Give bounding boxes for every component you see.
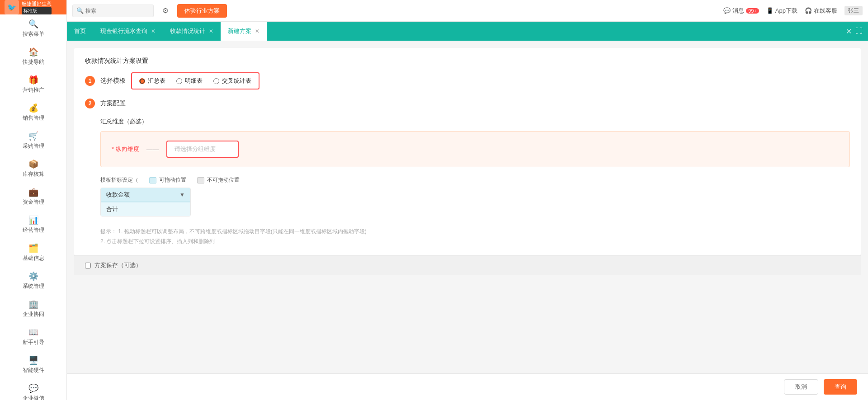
sidebar-item-finance[interactable]: 💼 资金管理 — [0, 183, 66, 211]
sidebar-item-label: 企业微信 — [23, 395, 44, 400]
legend-draggable: 可拖动位置 — [149, 176, 186, 184]
sidebar-item-operation[interactable]: 📊 经营管理 — [0, 211, 66, 239]
indicator-section: 模板指标设定（ 可拖动位置 不可拖动位置 收款金额 — [100, 176, 850, 218]
sidebar-logo: 🐦 畅捷通好生意 标准版 — [0, 0, 66, 14]
indicator-table-header: 收款金额 ▼ — [101, 188, 190, 202]
message-button[interactable]: 💬 消息 99+ — [723, 7, 759, 15]
sidebar-item-inventory[interactable]: 📦 库存核算 — [0, 155, 66, 183]
sidebar-item-basic[interactable]: 🗂️ 基础信息 — [0, 239, 66, 267]
step1-label: 选择模板 — [100, 77, 126, 85]
tab-bank-flow[interactable]: 现金银行流水查询 ✕ — [93, 22, 163, 41]
dimension-arrow-icon: —— — [146, 146, 159, 153]
radio-cross-label: 交叉统计表 — [222, 77, 251, 85]
tab-window-close-icon[interactable]: ✕ — [846, 27, 852, 36]
app-icon: 📱 — [766, 7, 774, 14]
online-service-label: 在线客服 — [814, 7, 837, 15]
sidebar-item-wechat[interactable]: 💬 企业微信 — [0, 379, 66, 400]
legend-non-draggable-label: 不可拖动位置 — [207, 176, 240, 184]
online-service-button[interactable]: 🎧 在线客服 — [805, 7, 837, 15]
radio-cross-input[interactable] — [213, 78, 219, 84]
radio-detail-input[interactable] — [176, 78, 182, 84]
dimension-select[interactable]: 请选择分组维度 — [166, 141, 239, 158]
purchase-icon: 🛒 — [28, 131, 38, 141]
tab-receipt-stats-close[interactable]: ✕ — [209, 28, 213, 34]
system-icon: ⚙️ — [28, 271, 38, 281]
sidebar-item-label: 智能硬件 — [23, 367, 44, 374]
step2-label: 方案配置 — [100, 99, 126, 108]
legend-draggable-box — [149, 177, 156, 184]
sidebar-item-label: 基础信息 — [23, 254, 44, 262]
sidebar-item-system[interactable]: ⚙️ 系统管理 — [0, 267, 66, 295]
sidebar-item-sales[interactable]: 💰 销售管理 — [0, 99, 66, 127]
search-input[interactable] — [85, 8, 149, 14]
search-menu-icon: 🔍 — [28, 19, 38, 29]
message-label: 消息 — [732, 7, 744, 15]
hardware-icon: 🖥️ — [28, 355, 38, 365]
row-dimension-label: * 纵向维度 — [112, 145, 139, 153]
sidebar-item-marketing[interactable]: 🎁 营销推广 — [0, 71, 66, 99]
app-download-button[interactable]: 📱 App下载 — [766, 7, 797, 15]
dimension-row: * 纵向维度 —— 请选择分组维度 — [112, 141, 839, 158]
dimension-area: * 纵向维度 —— 请选择分组维度 — [100, 131, 850, 167]
indicator-col-label: 收款金额 — [106, 191, 130, 199]
app-download-label: App下载 — [775, 7, 797, 15]
message-badge: 99+ — [746, 8, 759, 14]
radio-cross[interactable]: 交叉统计表 — [213, 77, 251, 85]
tab-new-plan[interactable]: 新建方案 ✕ — [221, 22, 267, 41]
sidebar-item-purchase[interactable]: 🛒 采购管理 — [0, 127, 66, 155]
tab-bank-flow-close[interactable]: ✕ — [151, 28, 156, 34]
sidebar-item-hardware[interactable]: 🖥️ 智能硬件 — [0, 351, 66, 379]
radio-summary-label: 汇总表 — [148, 77, 165, 85]
step2-number: 2 — [85, 99, 95, 108]
tab-maximize-icon[interactable]: ⛶ — [855, 27, 863, 35]
indicator-table-row: 合计 — [101, 202, 190, 216]
cancel-button[interactable]: 取消 — [784, 379, 818, 395]
radio-summary-input[interactable] — [139, 78, 145, 84]
main-area: 🔍 ⚙ 体验行业方案 💬 消息 99+ 📱 App下载 🎧 在线客服 张三 首页 — [67, 0, 868, 400]
chevron-down-icon[interactable]: ▼ — [179, 192, 185, 198]
dimension-title: 汇总维度（必选） — [100, 118, 850, 126]
query-button[interactable]: 查询 — [824, 379, 857, 395]
user-info[interactable]: 张三 — [844, 6, 863, 15]
sidebar-item-label: 企业协同 — [23, 311, 44, 318]
step2-content: 汇总维度（必选） * 纵向维度 —— 请选择分组维度 模板指标设定（ — [100, 118, 850, 246]
sidebar: 🐦 畅捷通好生意 标准版 🔍 搜索菜单 🏠 快捷导航 🎁 营销推广 💰 销售管理… — [0, 0, 67, 400]
sidebar-item-label: 搜索菜单 — [23, 30, 44, 38]
tab-receipt-stats[interactable]: 收款情况统计 ✕ — [163, 22, 221, 41]
indicator-title: 模板指标设定（ — [100, 176, 138, 184]
search-icon: 🔍 — [76, 7, 84, 14]
industry-solution-button[interactable]: 体验行业方案 — [177, 4, 227, 18]
sidebar-item-search-menu[interactable]: 🔍 搜索菜单 — [0, 14, 66, 42]
search-box[interactable]: 🔍 — [72, 5, 154, 17]
sales-icon: 💰 — [28, 103, 38, 113]
operation-icon: 📊 — [28, 215, 38, 225]
basic-icon: 🗂️ — [28, 243, 38, 253]
inventory-icon: 📦 — [28, 159, 38, 169]
sidebar-item-collab[interactable]: 🏢 企业协同 — [0, 295, 66, 323]
sidebar-item-label: 库存核算 — [23, 170, 44, 178]
page-title: 收款情况统计方案设置 — [85, 57, 850, 65]
sidebar-item-label: 快捷导航 — [23, 58, 44, 66]
radio-detail-label: 明细表 — [185, 77, 203, 85]
quick-nav-icon: 🏠 — [28, 47, 38, 57]
settings-gear[interactable]: ⚙ — [159, 5, 172, 17]
save-checkbox[interactable] — [85, 263, 91, 268]
tab-new-plan-close[interactable]: ✕ — [255, 28, 259, 34]
message-icon: 💬 — [723, 7, 731, 14]
legend-non-draggable: 不可拖动位置 — [197, 176, 240, 184]
sidebar-item-guide[interactable]: 📖 新手引导 — [0, 323, 66, 351]
sidebar-item-quick-nav[interactable]: 🏠 快捷导航 — [0, 42, 66, 71]
save-option-label[interactable]: 方案保存（可选） — [94, 261, 142, 269]
main-card: 收款情况统计方案设置 1 选择模板 汇总表 明细表 交叉统计 — [74, 48, 861, 255]
topbar: 🔍 ⚙ 体验行业方案 💬 消息 99+ 📱 App下载 🎧 在线客服 张三 — [67, 0, 868, 22]
indicator-row-label: 合计 — [106, 206, 118, 212]
radio-detail[interactable]: 明细表 — [176, 77, 203, 85]
tabbar: 首页 现金银行流水查询 ✕ 收款情况统计 ✕ 新建方案 ✕ ✕ ⛶ — [67, 22, 868, 41]
logo-icon: 🐦 — [5, 0, 19, 14]
radio-summary[interactable]: 汇总表 — [139, 77, 165, 85]
tab-receipt-stats-label: 收款情况统计 — [170, 27, 205, 35]
sidebar-item-label: 采购管理 — [23, 142, 44, 150]
tab-right-actions: ✕ ⛶ — [846, 27, 868, 36]
tab-home[interactable]: 首页 — [67, 22, 93, 41]
indicator-header: 模板指标设定（ 可拖动位置 不可拖动位置 — [100, 176, 850, 184]
